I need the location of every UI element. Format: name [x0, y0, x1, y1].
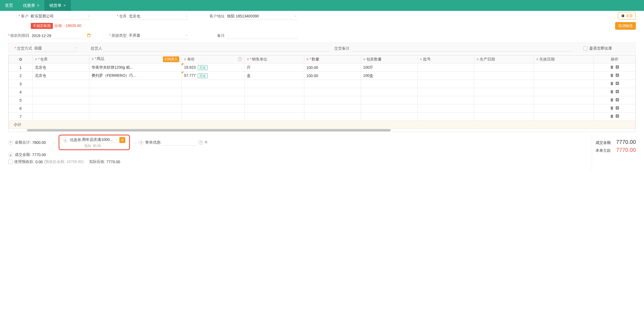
cell-unit[interactable] [244, 104, 304, 113]
add-row-icon[interactable] [615, 81, 619, 86]
cell-product[interactable] [89, 96, 182, 104]
cancel-logistics-button[interactable]: 取消物流 [615, 22, 636, 30]
add-row-icon[interactable] [615, 65, 619, 69]
tab-sales-order[interactable]: 销货单✕ [44, 0, 71, 11]
cell-prod-date[interactable] [474, 104, 534, 113]
cell-qty[interactable] [304, 88, 361, 96]
cell-product[interactable] [89, 80, 182, 88]
cell-exp-date[interactable] [534, 72, 594, 80]
cell-pack[interactable] [361, 88, 417, 96]
trash-icon[interactable] [610, 81, 614, 86]
col-pack-qty[interactable]: 包装数量 [361, 55, 417, 63]
cell-product[interactable] [89, 104, 182, 113]
cell-batch[interactable] [418, 113, 474, 121]
cell-product[interactable] [89, 88, 182, 96]
cell-warehouse[interactable]: 北京仓 [32, 63, 89, 72]
cell-qty[interactable]: 100.00 [304, 72, 361, 80]
customer-select[interactable]: 昕乐贸易公司 [31, 13, 91, 20]
cell-batch[interactable] [418, 63, 474, 72]
cell-product[interactable] [89, 113, 182, 121]
col-unit[interactable]: *销售单位 [244, 55, 304, 63]
cell-exp-date[interactable] [534, 63, 594, 72]
cell-batch[interactable] [418, 104, 474, 113]
cell-batch[interactable] [418, 72, 474, 80]
cell-pack[interactable] [361, 96, 417, 104]
cell-batch[interactable] [418, 96, 474, 104]
trash-icon[interactable] [610, 114, 614, 118]
address-select[interactable]: 张阳 18513400390 [227, 13, 298, 20]
col-qty[interactable]: *数量 [304, 55, 361, 63]
col-settings[interactable] [9, 55, 33, 63]
cell-exp-date[interactable] [534, 80, 594, 88]
due-date-input[interactable]: 2019-12-29 [32, 33, 92, 39]
table-row[interactable]: 4 [9, 88, 636, 96]
immediate-out-checkbox[interactable]: 是否立即出库 [578, 46, 632, 51]
cell-pack[interactable] [361, 104, 417, 113]
table-row[interactable]: 3 [9, 80, 636, 88]
col-batch[interactable]: 批号 [418, 55, 474, 63]
col-warehouse[interactable]: *仓库 [32, 55, 89, 63]
cell-qty[interactable] [304, 80, 361, 88]
add-row-icon[interactable] [615, 106, 619, 110]
cell-exp-date[interactable] [534, 96, 594, 104]
add-row-icon[interactable] [615, 98, 619, 102]
trash-icon[interactable] [610, 89, 614, 94]
cell-warehouse[interactable] [32, 96, 89, 104]
cell-qty[interactable] [304, 104, 361, 113]
cell-unit[interactable] [244, 96, 304, 104]
cell-price[interactable] [182, 96, 244, 104]
cell-exp-date[interactable] [534, 104, 594, 113]
help-icon[interactable]: ? [238, 57, 242, 61]
history-badge[interactable]: 历史 [198, 65, 208, 70]
cell-prod-date[interactable] [474, 72, 534, 80]
coupon-select[interactable]: 周年店庆满1000... [82, 137, 118, 143]
cell-warehouse[interactable] [32, 80, 89, 88]
history-badge[interactable]: 历史 [198, 73, 208, 78]
order-discount-input[interactable] [162, 140, 197, 146]
cell-batch[interactable] [418, 80, 474, 88]
col-price[interactable]: 单价? [182, 55, 244, 63]
close-icon[interactable]: ✕ [37, 4, 40, 7]
cell-qty[interactable]: 100.00 [304, 63, 361, 72]
col-product[interactable]: *商品扫码录入 [89, 55, 182, 63]
delivery-note-input[interactable] [352, 45, 572, 52]
cell-prod-date[interactable] [474, 113, 534, 121]
cell-price[interactable] [182, 80, 244, 88]
cell-price[interactable] [182, 113, 244, 121]
cell-qty[interactable] [304, 96, 361, 104]
add-row-icon[interactable] [615, 114, 619, 118]
cell-exp-date[interactable] [534, 113, 594, 121]
cell-price[interactable] [182, 104, 244, 113]
table-row[interactable]: 6 [9, 104, 636, 113]
delivery-method-select[interactable]: 自提 [34, 45, 78, 52]
cell-warehouse[interactable]: 北京仓 [32, 72, 89, 80]
cell-warehouse[interactable] [32, 104, 89, 113]
tab-coupon[interactable]: 优惠券✕ [18, 0, 44, 11]
table-row[interactable]: 5 [9, 96, 636, 104]
refresh-button[interactable] [119, 137, 125, 143]
cell-prod-date[interactable] [474, 80, 534, 88]
cell-pack[interactable]: 100盒 [361, 72, 417, 80]
use-prepay-checkbox[interactable] [8, 160, 13, 164]
scan-button[interactable]: 扫码录入 [163, 56, 179, 62]
cell-unit[interactable] [244, 113, 304, 121]
cell-exp-date[interactable] [534, 88, 594, 96]
cell-qty[interactable] [304, 113, 361, 121]
cell-prod-date[interactable] [474, 63, 534, 72]
cell-unit[interactable] [244, 88, 304, 96]
cell-pack[interactable] [361, 113, 417, 121]
cell-warehouse[interactable] [32, 113, 89, 121]
cell-price[interactable]: 57.777 历史 [182, 72, 244, 80]
trash-icon[interactable] [610, 106, 614, 110]
cell-price[interactable] [182, 88, 244, 96]
cell-unit[interactable]: 盒 [244, 72, 304, 80]
trash-icon[interactable] [610, 98, 614, 102]
cell-pack[interactable] [361, 80, 417, 88]
table-row[interactable]: 7 [9, 113, 636, 121]
horizontal-scrollbar[interactable] [8, 129, 636, 132]
col-exp-date[interactable]: 失效日期 [534, 55, 594, 63]
cell-product[interactable]: 华美华夫软饼1200g 糕... [89, 63, 182, 72]
cell-prod-date[interactable] [474, 88, 534, 96]
trash-icon[interactable] [610, 73, 614, 77]
cell-warehouse[interactable] [32, 88, 89, 96]
